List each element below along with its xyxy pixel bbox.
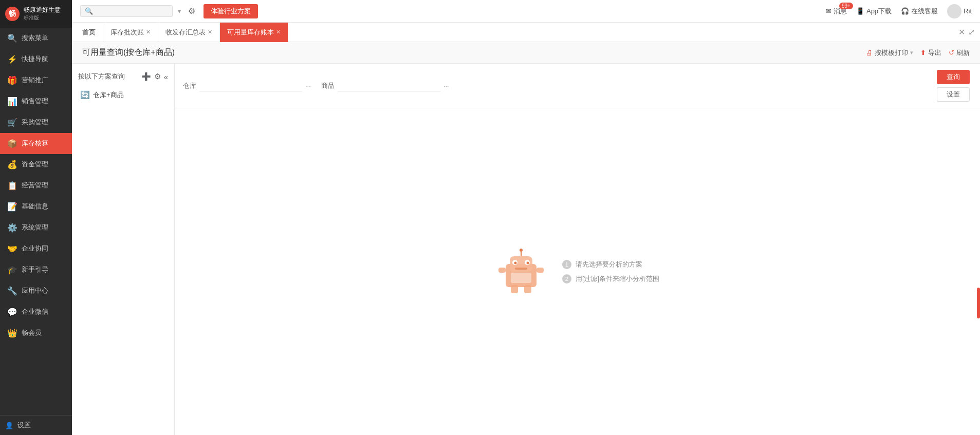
lightning-icon: ⚡ bbox=[7, 54, 17, 64]
chevron-icon: ▾ bbox=[910, 49, 913, 56]
message-item[interactable]: ✉ 消息 99+ bbox=[826, 7, 847, 16]
window-close-icon[interactable]: ✕ bbox=[958, 27, 965, 37]
sidebar-item-member[interactable]: 👑 畅会员 bbox=[0, 323, 72, 344]
goods-input[interactable] bbox=[338, 80, 440, 91]
sidebar-item-quicknav[interactable]: ⚡ 快捷导航 bbox=[0, 49, 72, 70]
svg-rect-12 bbox=[524, 285, 531, 293]
scheme-item-warehouse-goods[interactable]: 🔄 仓库+商品 bbox=[72, 86, 174, 104]
gear-icon: ⚙️ bbox=[7, 223, 17, 233]
tab-label: 可用量库存账本 bbox=[227, 28, 274, 37]
app-edition: 标准版 bbox=[24, 14, 61, 22]
close-icon[interactable]: ✕ bbox=[208, 29, 212, 35]
filter-panel: 按以下方案查询 ➕ ⚙ « 🔄 仓库+商品 bbox=[72, 64, 175, 435]
topbar-search-box[interactable]: 🔍 bbox=[80, 5, 173, 17]
refresh-action[interactable]: ↺ 刷新 bbox=[949, 48, 970, 58]
sidebar-item-system[interactable]: ⚙️ 系统管理 bbox=[0, 217, 72, 238]
sidebar-bottom[interactable]: 👤 设置 bbox=[0, 415, 72, 435]
industry-solution-button[interactable]: 体验行业方案 bbox=[204, 4, 258, 18]
settings-icon[interactable]: ⚙ bbox=[188, 6, 195, 16]
export-action[interactable]: ⬆ 导出 bbox=[920, 48, 941, 58]
tip-text-1: 请先选择要分析的方案 bbox=[576, 260, 642, 269]
support-label: 在线客服 bbox=[911, 7, 938, 16]
tab-label: 收发存汇总表 bbox=[165, 28, 206, 37]
tool-icon: 🔧 bbox=[7, 286, 17, 296]
search-icon: 🔍 bbox=[7, 33, 17, 43]
close-icon[interactable]: ✕ bbox=[276, 29, 281, 35]
print-action[interactable]: 🖨 按模板打印 ▾ bbox=[866, 48, 913, 58]
svg-point-4 bbox=[514, 262, 516, 264]
money-icon: 💰 bbox=[7, 160, 17, 169]
svg-rect-10 bbox=[537, 268, 544, 273]
sidebar-item-basic-info[interactable]: 📝 基础信息 bbox=[0, 196, 72, 217]
tab-inventory-batch[interactable]: 库存批次账 ✕ bbox=[103, 23, 158, 42]
support-item[interactable]: 🎧 在线客服 bbox=[901, 7, 938, 16]
tabs-right-actions: ✕ ⤢ bbox=[958, 27, 980, 37]
filter-panel-title: 按以下方案查询 bbox=[78, 72, 125, 81]
page-header: 可用量查询(按仓库+商品) 🖨 按模板打印 ▾ ⬆ 导出 ↺ 刷新 bbox=[72, 42, 980, 64]
user-profile[interactable]: Rit bbox=[947, 4, 972, 18]
sidebar-item-purchase[interactable]: 🛒 采购管理 bbox=[0, 112, 72, 133]
chart-icon: 📊 bbox=[7, 97, 17, 106]
warehouse-input[interactable] bbox=[199, 80, 302, 91]
cart-icon: 🛒 bbox=[7, 118, 17, 127]
tab-label: 库存批次账 bbox=[110, 28, 144, 37]
sidebar-item-label: 快捷导航 bbox=[22, 54, 48, 64]
query-area: 仓库 ··· 商品 ··· 查询 设置 bbox=[175, 64, 980, 435]
setting-button[interactable]: 设置 bbox=[937, 87, 970, 102]
close-icon[interactable]: ✕ bbox=[146, 29, 151, 35]
empty-tips: 1 请先选择要分析的方案 2 用[过滤]条件来缩小分析范围 bbox=[562, 260, 659, 283]
sidebar-item-guide[interactable]: 🎓 新手引导 bbox=[0, 259, 72, 280]
avatar bbox=[947, 4, 961, 18]
query-button[interactable]: 查询 bbox=[937, 70, 970, 84]
sidebar-item-label: 搜索菜单 bbox=[22, 33, 48, 43]
svg-point-5 bbox=[526, 262, 529, 264]
sidebar-item-label: 系统管理 bbox=[22, 223, 48, 232]
sidebar-item-search[interactable]: 🔍 搜索菜单 bbox=[0, 28, 72, 49]
sidebar-item-marketing[interactable]: 🎁 营销推广 bbox=[0, 70, 72, 91]
search-input[interactable] bbox=[95, 8, 162, 15]
scheme-label: 仓库+商品 bbox=[93, 90, 124, 100]
warehouse-label: 仓库 bbox=[183, 81, 196, 90]
mobile-icon: 📱 bbox=[856, 7, 864, 15]
sidebar-item-operations[interactable]: 📋 经营管理 bbox=[0, 175, 72, 196]
refresh-label: 刷新 bbox=[956, 48, 970, 58]
app-download-label: App下载 bbox=[866, 7, 892, 16]
sidebar-item-label: 企业微信 bbox=[22, 307, 48, 316]
app-download-item[interactable]: 📱 App下载 bbox=[856, 7, 892, 16]
sidebar-item-label: 企业协同 bbox=[22, 244, 48, 253]
sidebar-item-finance[interactable]: 💰 资金管理 bbox=[0, 154, 72, 175]
username-label: Rit bbox=[964, 7, 972, 15]
tab-stock-summary[interactable]: 收发存汇总表 ✕ bbox=[158, 23, 220, 42]
sidebar-item-label: 应用中心 bbox=[22, 286, 48, 295]
goods-more-icon[interactable]: ··· bbox=[443, 82, 449, 90]
refresh-icon: ↺ bbox=[949, 49, 954, 56]
crown-icon: 👑 bbox=[7, 328, 17, 338]
collapse-icon[interactable]: « bbox=[164, 72, 168, 81]
svg-rect-8 bbox=[515, 268, 527, 270]
tip-text-2: 用[过滤]条件来缩小分析范围 bbox=[576, 274, 659, 283]
graduation-icon: 🎓 bbox=[7, 265, 17, 275]
tab-home[interactable]: 首页 bbox=[77, 23, 103, 42]
sidebar-item-label: 库存核算 bbox=[22, 139, 48, 148]
topbar: 🔍 ▾ ⚙ 体验行业方案 ✉ 消息 99+ 📱 App下载 🎧 在线客服 Rit bbox=[72, 0, 980, 23]
filter-panel-header: 按以下方案查询 ➕ ⚙ « bbox=[72, 70, 174, 86]
chat-icon: 💬 bbox=[7, 307, 17, 317]
sidebar-item-enterprise[interactable]: 🤝 企业协同 bbox=[0, 238, 72, 259]
sidebar-item-appcenter[interactable]: 🔧 应用中心 bbox=[0, 280, 72, 301]
sidebar-item-inventory[interactable]: 📦 库存核算 bbox=[0, 133, 72, 154]
topbar-right: ✉ 消息 99+ 📱 App下载 🎧 在线客服 Rit bbox=[826, 4, 972, 18]
settings-scheme-icon[interactable]: ⚙ bbox=[154, 72, 161, 81]
add-scheme-icon[interactable]: ➕ bbox=[141, 72, 151, 81]
export-icon: ⬆ bbox=[920, 49, 926, 56]
expand-icon[interactable]: ⤢ bbox=[968, 27, 975, 37]
sidebar-item-sales[interactable]: 📊 销售管理 bbox=[0, 91, 72, 112]
headset-icon: 🎧 bbox=[901, 7, 909, 15]
sidebar-item-wechat[interactable]: 💬 企业微信 bbox=[0, 301, 72, 323]
query-actions: 查询 设置 bbox=[937, 70, 972, 102]
company-name: 畅康通好生意 bbox=[24, 6, 61, 14]
chevron-down-icon[interactable]: ▾ bbox=[178, 8, 181, 15]
tab-available-stock[interactable]: 可用量库存账本 ✕ bbox=[220, 23, 288, 42]
sidebar-item-label: 销售管理 bbox=[22, 97, 48, 106]
warehouse-more-icon[interactable]: ··· bbox=[305, 82, 311, 90]
message-icon: ✉ bbox=[826, 7, 831, 15]
